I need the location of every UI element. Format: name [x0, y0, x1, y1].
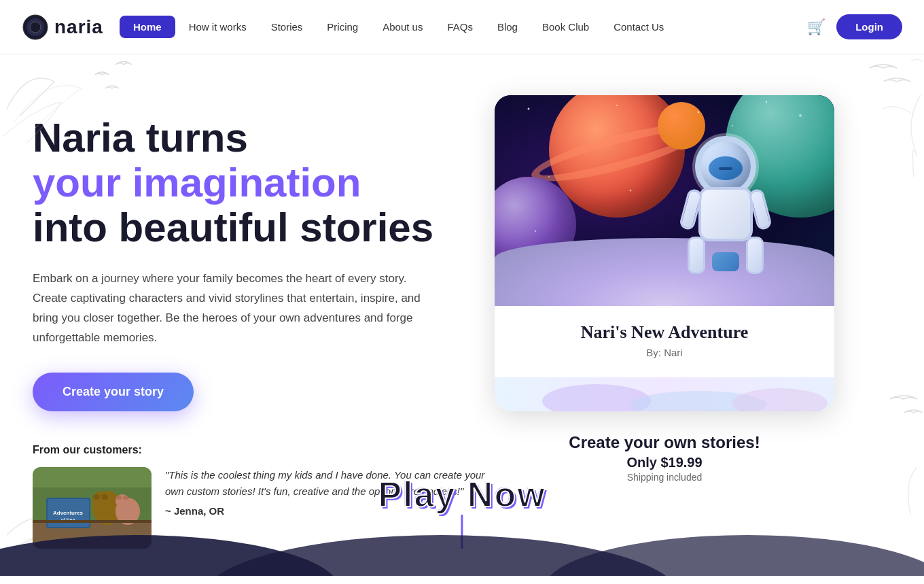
play-now-section: Play Now — [378, 474, 546, 549]
logo-text: naria — [54, 16, 103, 38]
pricing-title: Create your own stories! — [569, 433, 760, 452]
svg-point-16 — [116, 496, 122, 500]
svg-point-33 — [544, 535, 924, 576]
play-now-line — [461, 515, 463, 549]
play-now-text[interactable]: Play Now — [378, 474, 546, 515]
deco-top-left — [0, 54, 149, 150]
svg-rect-18 — [33, 520, 152, 523]
astronaut-chest — [712, 252, 739, 271]
svg-point-12 — [93, 494, 100, 500]
logo[interactable]: naria — [22, 14, 103, 41]
hero-title-line3: into beautiful stories — [33, 205, 495, 250]
nav-item-book-club[interactable]: Book Club — [531, 16, 600, 38]
nav-item-pricing[interactable]: Pricing — [316, 16, 369, 38]
svg-point-2 — [30, 22, 41, 33]
book-info: Nari's New Adventure By: Nari — [495, 306, 834, 377]
customer-image: Adventures of Nea — [33, 467, 152, 549]
logo-icon — [22, 14, 49, 41]
nav-right: 🛒 Login — [807, 14, 902, 39]
customer-photo: Adventures of Nea — [33, 467, 152, 549]
deco-bottom-right — [822, 385, 924, 521]
nav-item-contact[interactable]: Contact Us — [603, 16, 675, 38]
book-card: Nari's New Adventure By: Nari — [495, 95, 834, 411]
hero-title-line2: your imagination — [33, 160, 495, 205]
astronaut-leg-right — [746, 237, 764, 274]
hero-description: Embark on a journey where your family be… — [33, 269, 440, 348]
hero-right: Nari's New Adventure By: Nari Create you… — [495, 95, 834, 483]
book-title: Nari's New Adventure — [516, 322, 813, 343]
pricing-shipping: Shipping included — [569, 472, 760, 483]
astronaut-leg-left — [688, 237, 705, 274]
nav-item-blog[interactable]: Blog — [486, 16, 529, 38]
astronaut — [671, 136, 780, 286]
svg-point-11 — [92, 492, 109, 508]
create-story-button[interactable]: Create your story — [33, 373, 194, 411]
astronaut-face — [719, 167, 732, 170]
hero-section: Naria turns your imagination into beauti… — [0, 54, 924, 576]
ground — [495, 238, 834, 306]
pricing-price: Only $19.99 — [569, 455, 760, 470]
bottom-deco-svg — [495, 377, 834, 411]
svg-point-30 — [732, 388, 828, 411]
svg-point-17 — [123, 496, 128, 500]
nav-item-home[interactable]: Home — [120, 16, 175, 38]
pricing-info: Create your own stories! Only $19.99 Shi… — [569, 433, 760, 483]
svg-point-13 — [101, 494, 108, 500]
cart-icon[interactable]: 🛒 — [807, 18, 825, 36]
nav-item-about[interactable]: About us — [372, 16, 433, 38]
navbar: naria Home How it works Stories Pricing … — [0, 0, 924, 54]
nav-item-faqs[interactable]: FAQs — [436, 16, 484, 38]
login-button[interactable]: Login — [836, 14, 902, 39]
book-author: By: Nari — [516, 347, 813, 358]
book-cover — [495, 95, 834, 306]
nav-item-how-it-works[interactable]: How it works — [178, 16, 257, 38]
nav-item-stories[interactable]: Stories — [260, 16, 314, 38]
nav-links: Home How it works Stories Pricing About … — [120, 16, 807, 38]
book-bottom-decoration — [495, 377, 834, 411]
astronaut-body — [698, 187, 753, 241]
customers-label: From our customers: — [33, 444, 495, 456]
svg-text:Adventures: Adventures — [53, 510, 84, 516]
